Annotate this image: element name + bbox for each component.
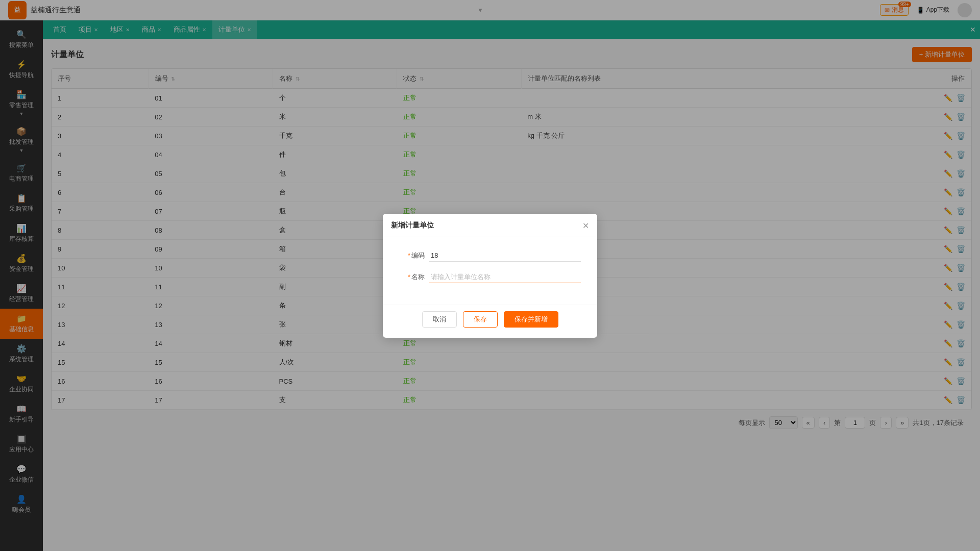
name-required-mark: * <box>408 273 410 281</box>
form-row-code: *编码 <box>399 249 581 262</box>
modal-footer: 取消 保存 保存并新增 <box>383 305 597 338</box>
name-input[interactable] <box>429 271 581 283</box>
save-and-new-button[interactable]: 保存并新增 <box>504 311 558 328</box>
name-label: *名称 <box>399 272 425 282</box>
code-required-mark: * <box>408 252 410 259</box>
code-label: *编码 <box>399 251 425 260</box>
modal-header: 新增计量单位 ✕ <box>383 214 597 237</box>
save-button[interactable]: 保存 <box>463 311 498 328</box>
modal-overlay: 新增计量单位 ✕ *编码 *名称 取消 保存 保存并新增 <box>0 0 980 551</box>
modal-body: *编码 *名称 <box>383 237 597 305</box>
form-row-name: *名称 <box>399 271 581 283</box>
modal-title: 新增计量单位 <box>391 221 434 230</box>
modal-close-button[interactable]: ✕ <box>582 221 589 231</box>
cancel-button[interactable]: 取消 <box>422 311 457 328</box>
add-unit-modal: 新增计量单位 ✕ *编码 *名称 取消 保存 保存并新增 <box>383 214 597 338</box>
code-input[interactable] <box>429 249 581 262</box>
